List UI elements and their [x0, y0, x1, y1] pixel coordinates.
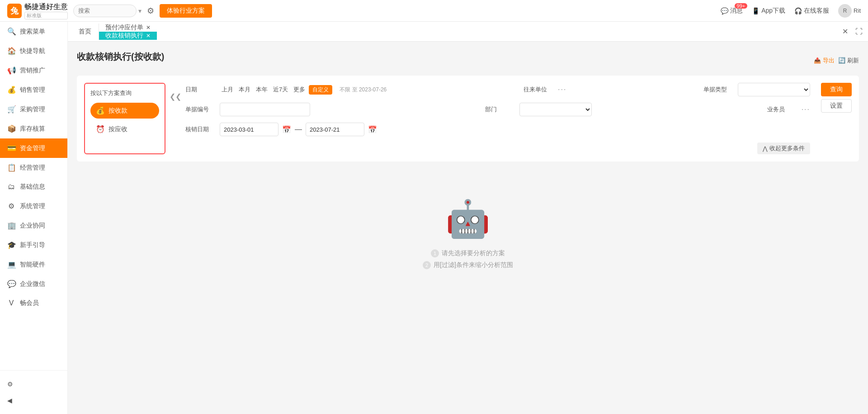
message-button[interactable]: 💬 消息 99+: [721, 7, 743, 15]
query-button[interactable]: 查询: [821, 83, 852, 96]
tab-prepay[interactable]: 预付冲应付单 ✕: [99, 24, 157, 32]
sidebar-item-purchase[interactable]: 🛒 采购管理: [0, 100, 67, 119]
writeoff-date-range: 📅 — 📅: [220, 123, 377, 136]
collapse-more-button[interactable]: ⋀ 收起更多条件: [757, 143, 810, 154]
page-content: 收款核销执行(按收款) 📤 导出 🔄 刷新 按以下方案查询: [68, 42, 868, 414]
sidebar-item-operations[interactable]: 📋 经营管理: [0, 158, 67, 177]
tab-close-receivable[interactable]: ✕: [146, 33, 151, 39]
filter-option-by-receipt[interactable]: 💰 按收款: [90, 103, 159, 119]
date-note: 不限 至 2023-07-26: [340, 86, 387, 94]
topbar-right: 💬 消息 99+ 📱 App下载 🎧 在线客服 R Rit: [721, 4, 861, 18]
writeoff-date-start[interactable]: [220, 123, 278, 136]
tab-expand-button[interactable]: ⛶: [854, 26, 864, 38]
online-service-button[interactable]: 🎧 在线客服: [794, 7, 829, 15]
sidebar-label-system: 系统管理: [20, 202, 45, 210]
logo-icon: 兔: [7, 4, 22, 18]
sidebar-item-guide[interactable]: 🎓 新手引导: [0, 235, 67, 255]
sidebar-label-member: 畅会员: [20, 299, 39, 307]
sidebar-item-finance[interactable]: 💳 资金管理: [0, 138, 67, 158]
sidebar-item-system[interactable]: ⚙ 系统管理: [0, 196, 67, 216]
sidebar-item-hardware[interactable]: 💻 智能硬件: [0, 255, 67, 274]
doc-type-select[interactable]: [738, 83, 810, 96]
sidebar-bottom-collapse[interactable]: ◀: [0, 392, 67, 409]
counterpart-dots-button[interactable]: ···: [558, 86, 566, 94]
page-header-actions: 📤 导出 🔄 刷新: [814, 57, 859, 65]
sidebar-label-wechat: 企业微信: [20, 280, 45, 288]
option-label-by-receipt: 按收款: [108, 107, 127, 115]
refresh-button[interactable]: 🔄 刷新: [838, 57, 859, 65]
sidebar-label-guide: 新手引导: [20, 241, 45, 249]
salesperson-dots-button[interactable]: ···: [802, 105, 810, 114]
tab-receivable[interactable]: 收款核销执行 ✕: [99, 32, 157, 40]
dept-select[interactable]: [519, 103, 592, 116]
hint-num-2: 2: [423, 261, 431, 269]
sidebar-item-search-menu[interactable]: 🔍 搜索菜单: [0, 22, 67, 41]
sidebar-item-inventory[interactable]: 📦 库存核算: [0, 119, 67, 138]
doc-num-input[interactable]: [220, 103, 310, 116]
sidebar-item-collab[interactable]: 🏢 企业协同: [0, 216, 67, 235]
sidebar-label-purchase: 采购管理: [20, 105, 45, 114]
sidebar-item-member[interactable]: V 畅会员: [0, 294, 67, 313]
sidebar-item-sales[interactable]: 💰 销售管理: [0, 80, 67, 100]
doc-type-label: 单据类型: [703, 86, 731, 94]
sidebar-item-basic[interactable]: 🗂 基础信息: [0, 177, 67, 196]
tab-home[interactable]: 首页: [71, 22, 99, 41]
sidebar-bottom-settings[interactable]: ⚙: [0, 376, 67, 392]
gear-icon[interactable]: ⚙: [147, 6, 154, 16]
sidebar-label-marketing: 营销推广: [20, 67, 45, 75]
option-icon-by-receivable: ⏰: [96, 125, 105, 133]
tab-label-prepay: 预付冲应付单: [105, 24, 143, 32]
counterpart-label: 往来单位: [524, 86, 551, 94]
sidebar-icon-system: ⚙: [7, 202, 15, 210]
online-service-label: 在线客服: [804, 7, 829, 15]
user-name: Rit: [854, 7, 861, 14]
tab-bar: 首页 预付冲应付单 ✕ 收款核销执行 ✕ ✕ ⛶: [68, 22, 868, 42]
date-custom-tag[interactable]: 自定义: [309, 85, 332, 95]
doc-num-label: 单据编号: [185, 105, 212, 114]
option-icon-by-receipt: 💰: [96, 106, 105, 115]
search-input[interactable]: [73, 5, 137, 17]
sidebar-item-quick-nav[interactable]: 🏠 快捷导航: [0, 41, 67, 61]
export-button[interactable]: 📤 导出: [814, 57, 835, 65]
tab-close-button[interactable]: ✕: [840, 25, 850, 38]
user-area[interactable]: R Rit: [838, 4, 861, 18]
salesperson-label: 业务员: [767, 105, 794, 114]
filter-title: 按以下方案查询: [90, 89, 159, 97]
hint-num-1: 1: [431, 249, 439, 257]
shortcut-more[interactable]: 更多: [292, 85, 307, 95]
tab-close-prepay[interactable]: ✕: [146, 24, 151, 31]
sidebar-icon-inventory: 📦: [7, 124, 15, 133]
sidebar-label-basic: 基础信息: [20, 183, 45, 191]
form-row-1: 日期 上月 本月 本年 近7天 更多 自定义 不限 至 2023-07-26 往…: [185, 83, 810, 96]
shortcut-this-month[interactable]: 本月: [237, 85, 252, 95]
calendar-start-icon[interactable]: 📅: [282, 125, 291, 134]
industry-button[interactable]: 体验行业方案: [160, 4, 212, 18]
empty-state: 🤖 1 请先选择要分析的方案 2 用[过滤]条件来缩小分析范围: [77, 162, 859, 307]
filter-collapse-button[interactable]: ❮❮: [171, 83, 180, 110]
app-download-button[interactable]: 📱 App下载: [752, 7, 785, 15]
refresh-label: 刷新: [847, 57, 859, 65]
form-row-3: 核销日期 📅 — 📅: [185, 123, 810, 136]
sidebar-item-marketing[interactable]: 📢 营销推广: [0, 61, 67, 80]
sidebar: 🔍 搜索菜单 🏠 快捷导航 📢 营销推广 💰 销售管理 🛒 采购管理 📦 库存核…: [0, 22, 68, 414]
chevron-down-icon[interactable]: ▾: [138, 7, 142, 14]
sidebar-item-wechat[interactable]: 💬 企业微信: [0, 274, 67, 294]
sidebar-label-inventory: 库存核算: [20, 125, 45, 133]
shortcut-7days[interactable]: 近7天: [271, 85, 290, 95]
filter-options: 💰 按收款 ⏰ 按应收: [90, 103, 159, 137]
sidebar-icon-quick-nav: 🏠: [7, 47, 15, 55]
sidebar-icon-wechat: 💬: [7, 280, 15, 288]
writeoff-date-end[interactable]: [306, 123, 364, 136]
app-icon: 📱: [752, 7, 760, 14]
setting-button[interactable]: 设置: [821, 99, 852, 113]
collapse-more-row: ⋀ 收起更多条件: [185, 143, 810, 154]
shortcut-this-year[interactable]: 本年: [254, 85, 269, 95]
topbar-search-area: ▾: [73, 5, 142, 17]
sidebar-label-hardware: 智能硬件: [20, 261, 45, 269]
date-label: 日期: [185, 86, 212, 94]
query-form: 日期 上月 本月 本年 近7天 更多 自定义 不限 至 2023-07-26 往…: [185, 83, 810, 154]
settings-icon: ⚙: [7, 381, 13, 388]
shortcut-last-month[interactable]: 上月: [220, 85, 235, 95]
calendar-end-icon[interactable]: 📅: [368, 125, 377, 134]
filter-option-by-receivable[interactable]: ⏰ 按应收: [90, 121, 159, 137]
